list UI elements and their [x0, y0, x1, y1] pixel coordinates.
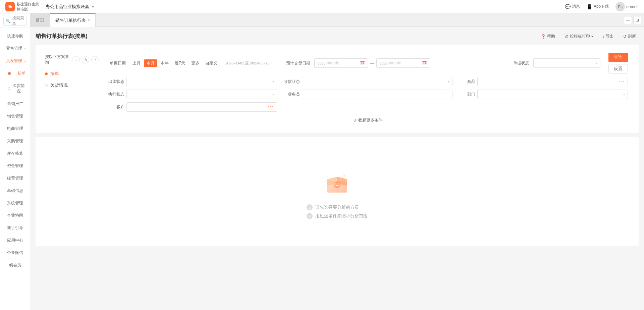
- collapse-more-btn[interactable]: ∧ 收起更多条件: [354, 117, 382, 123]
- sidebar-item-collab[interactable]: 企业协同: [0, 209, 30, 222]
- search-icon: 🔍: [6, 19, 11, 23]
- print-arrow-icon: ▾: [591, 35, 593, 38]
- order-status-chevron: ▾: [596, 61, 597, 65]
- sidebar-item-wechat[interactable]: 企业微信: [0, 247, 30, 259]
- sidebar-item-basic[interactable]: 基础信息: [0, 185, 30, 197]
- apps-label: 应用中心: [4, 238, 26, 243]
- user-area[interactable]: Ea demo2: [615, 2, 639, 11]
- help-btn[interactable]: ❓ 帮助: [538, 32, 558, 41]
- sidebar-item-retail[interactable]: 零售管理 ▾: [0, 42, 30, 55]
- date-separator: —: [370, 61, 374, 66]
- print-icon: 🖨: [565, 34, 569, 39]
- filter-conditions-panel: 单据日期 上月 本月 本年 近7天 更多 自定义 2023-03-01 至 20…: [103, 50, 633, 128]
- dq-btn-custom[interactable]: 自定义: [203, 59, 220, 67]
- scheme-dot-欠货: [45, 84, 48, 87]
- search-menu-label: 搜索菜单: [12, 15, 24, 27]
- retail-label: 零售管理: [4, 46, 24, 51]
- dq-btn-this-year[interactable]: 本年: [158, 59, 171, 67]
- calendar-to-icon: 📅: [422, 61, 427, 65]
- exec-status-chevron: ▾: [272, 93, 274, 96]
- sidebar-item-marketing[interactable]: 营销推广: [0, 98, 30, 110]
- avatar: Ea: [615, 2, 625, 11]
- sidebar-search: 🔍 搜索菜单: [0, 13, 30, 28]
- tab-close-icon[interactable]: ×: [88, 18, 90, 22]
- wholesale-label: 批发管理: [4, 58, 24, 64]
- print-btn[interactable]: 🖨 按模板打印 ▾: [562, 32, 596, 41]
- collect-status-select[interactable]: ▾: [302, 77, 452, 86]
- sidebar-item-inventory[interactable]: 库存核算: [0, 147, 30, 160]
- customer-select[interactable]: ···: [126, 102, 277, 112]
- out-status-field: 出库状态 ▾: [108, 77, 277, 86]
- empty-tip-1: 1 请先选择要分析的方案: [307, 204, 368, 210]
- scheme-edit-btn[interactable]: ✎: [82, 56, 89, 63]
- dept-chevron: ▾: [623, 93, 625, 96]
- help-label: 帮助: [547, 34, 555, 39]
- collapse-more-icon: ∧: [354, 118, 357, 123]
- dq-btn-last-month[interactable]: 上月: [130, 59, 143, 67]
- tab-bar-right: — ⊡: [624, 16, 644, 24]
- message-btn[interactable]: 💬 消息: [565, 4, 580, 9]
- scheme-item-欠货[interactable]: 欠货情况: [41, 80, 103, 91]
- edit-icon: ✎: [84, 58, 87, 62]
- refresh-label: 刷新: [628, 34, 636, 39]
- tab-maximize-btn[interactable]: ⊡: [633, 16, 641, 24]
- tip-num-1: 1: [307, 204, 313, 210]
- tab-minimize-btn[interactable]: —: [624, 16, 632, 24]
- dq-btn-more[interactable]: 更多: [189, 59, 202, 67]
- sidebar-item-finance[interactable]: 资金管理: [0, 160, 30, 172]
- logo-initials: 畅: [8, 4, 12, 9]
- svg-rect-1: [327, 179, 347, 180]
- refresh-btn[interactable]: ↺ 刷新: [621, 32, 639, 41]
- sidebar-item-system[interactable]: 系统管理: [0, 197, 30, 209]
- customer-field: 客户 ···: [108, 102, 277, 112]
- salesperson-select[interactable]: ···: [302, 90, 452, 99]
- sidebar-item-purchase[interactable]: 采购管理: [0, 135, 30, 147]
- expected-date-to[interactable]: yyyy-mm-dd 📅: [376, 58, 430, 68]
- app-download-btn[interactable]: 📱 App下载: [587, 4, 609, 9]
- dq-btn-7days[interactable]: 近7天: [172, 59, 188, 67]
- order-status-select[interactable]: ▾: [533, 58, 600, 68]
- top-bar-right: 💬 消息 📱 App下载 Ea demo2: [565, 2, 639, 11]
- app-download-label: App下载: [594, 4, 609, 9]
- tab-active[interactable]: 销售订单执行表 ×: [50, 13, 96, 27]
- scheme-label-欠货: 欠货情况: [50, 82, 68, 88]
- product-select[interactable]: ···: [477, 77, 628, 86]
- search-btn[interactable]: 查询: [608, 53, 628, 62]
- guide-label: 新手引导: [4, 225, 26, 231]
- sidebar-item-ecommerce[interactable]: 电商管理: [0, 122, 30, 135]
- sidebar-item-ops[interactable]: 经营管理: [0, 172, 30, 185]
- ops-label: 经营管理: [4, 175, 26, 181]
- setting-btn[interactable]: 设置: [608, 64, 628, 73]
- app-title-arrow[interactable]: ▾: [92, 4, 94, 9]
- sales-label: 销售管理: [4, 113, 26, 119]
- sidebar-item-quick-nav[interactable]: 快捷导航: [0, 30, 30, 42]
- sidebar-sub-欠货情况[interactable]: 欠货情况: [0, 80, 30, 98]
- tip-num-2: 2: [307, 213, 313, 219]
- sidebar-item-guide[interactable]: 新手引导: [0, 222, 30, 234]
- date-to-placeholder: yyyy-mm-dd: [379, 61, 401, 65]
- sidebar-item-sales[interactable]: 销售管理: [0, 110, 30, 122]
- sidebar-item-member[interactable]: 畅会员: [0, 259, 30, 271]
- tab-home[interactable]: 首页: [30, 13, 50, 27]
- dept-field: 部门 ▾: [459, 90, 628, 99]
- dept-select[interactable]: ▾: [477, 90, 628, 99]
- search-menu-btn[interactable]: 🔍 搜索菜单: [3, 17, 27, 25]
- out-status-select[interactable]: ▾: [126, 77, 277, 86]
- scheme-item-按单[interactable]: 按单: [41, 68, 103, 80]
- sidebar-item-wholesale[interactable]: 批发管理 ▴: [0, 55, 30, 67]
- date-from-placeholder: yyyy-mm-dd: [317, 61, 339, 65]
- export-btn[interactable]: ↓ 导出: [600, 32, 616, 41]
- exec-status-select[interactable]: ▾: [126, 90, 277, 99]
- expected-date-from[interactable]: yyyy-mm-dd 📅: [314, 58, 368, 68]
- sidebar-item-apps[interactable]: 应用中心: [0, 234, 30, 247]
- sidebar-sub-按单[interactable]: 按单: [0, 67, 30, 80]
- customer-dots-icon: ···: [268, 104, 274, 110]
- date-filter-row: 单据日期 上月 本月 本年 近7天 更多 自定义 2023-03-01 至 20…: [108, 53, 628, 73]
- scheme-add-btn[interactable]: +: [72, 56, 80, 63]
- scheme-collapse-btn[interactable]: 《: [91, 56, 99, 63]
- empty-state: ? ? ✦ ✦ 1 请先选择要分析的方案 2 用过滤条件来缩小分析范围: [36, 137, 639, 246]
- message-icon: 💬: [565, 4, 571, 9]
- logo-text: 畅捷通好生意 标准版: [17, 2, 39, 11]
- dq-btn-this-month[interactable]: 本月: [144, 59, 157, 67]
- export-label: 导出: [606, 34, 614, 39]
